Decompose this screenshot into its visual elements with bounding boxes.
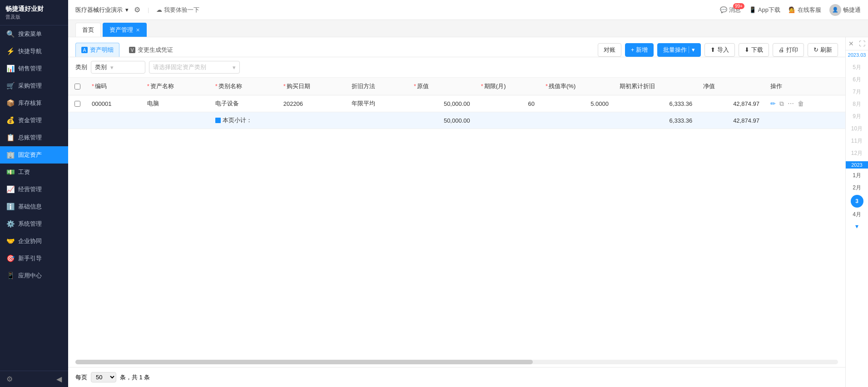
app-title: 畅捷通好业财 [5,5,44,14]
sidebar-item-system[interactable]: ⚙️系统管理 [0,215,68,233]
sub-tabs: A 资产明细 V 变更生成凭证 对账 + 新增 批量操作 [68,37,845,57]
delete-icon[interactable]: 🗑 [798,100,804,107]
subtotal-empty3 [142,112,210,129]
sidebar-item-guide[interactable]: 🎯新手引导 [0,250,68,267]
sub-tab-change-voucher[interactable]: V 变更生成凭证 [123,43,179,57]
sidebar-icon-capital: 💰 [6,116,15,124]
current-month-item[interactable]: 4月 [851,208,863,221]
subtotal-original-value: 50,000.00 [408,112,476,129]
edit-icon[interactable]: ✏ [770,100,776,107]
sidebar-icon-guide: 🎯 [6,254,15,263]
sidebar-item-sales[interactable]: 📊销售管理 [0,60,68,77]
asset-table: *编码 *资产名称 *类别名称 *购买日期 折旧方法 *原值 *期限(月) *残… [68,78,845,129]
sidebar-item-purchase[interactable]: 🛒采购管理 [0,77,68,94]
prev-month-item[interactable]: 10月 [851,123,863,135]
batch-ops-dropdown-icon[interactable]: ▾ [689,46,695,53]
panel-scroll-down[interactable]: ▾ [855,221,858,232]
download-icon: ⬇ [744,46,749,53]
tab-home[interactable]: 首页 [75,23,101,37]
filter-category-select[interactable]: 类别 ▾ [91,61,145,74]
cell-depreciation: 年限平均 [346,95,408,112]
prev-month-item[interactable]: 11月 [851,135,863,147]
prev-month-item[interactable]: 7月 [851,86,863,98]
topbar: 医疗器械行业演示 ▾ ⚙ | ☁ 我要体验一下 💬 消息 99+ 📱 App下载… [68,0,868,20]
import-btn[interactable]: ⬆ 导入 [704,43,735,57]
current-month-item[interactable]: 1月 [851,169,863,182]
download-label: 下载 [751,46,763,54]
prev-month-item[interactable]: 6月 [851,74,863,86]
sidebar-label-enterprise: 企业协同 [18,237,42,245]
prev-month-item[interactable]: 9月 [851,110,863,123]
panel-close-icon[interactable]: ✕ [848,40,854,47]
sidebar-item-inventory[interactable]: 📦库存核算 [0,94,68,112]
sidebar-icon-sales: 📊 [6,64,15,73]
online-service-btn[interactable]: 💁 在线客服 [789,6,821,14]
refresh-btn[interactable]: ↻ 刷新 [808,43,838,57]
th-checkbox [68,78,86,95]
sidebar-item-ledger[interactable]: 📋总账管理 [0,129,68,146]
sidebar-item-basic-info[interactable]: ℹ️基础信息 [0,198,68,215]
user-profile[interactable]: 👤 畅捷通 [829,4,861,16]
subtotal-empty1 [68,112,86,129]
sub-tab-asset-detail[interactable]: A 资产明细 [75,43,119,57]
panel-expand-icon[interactable]: ⛶ [859,40,865,47]
settings-gear-icon[interactable]: ⚙ [134,5,140,14]
subtotal-empty4 [476,112,540,129]
current-month-item[interactable]: 3 [851,195,863,208]
sidebar-item-search[interactable]: 🔍搜索菜单 [0,25,68,43]
reconcile-btn[interactable]: 对账 [598,43,621,57]
message-btn[interactable]: 💬 消息 99+ [720,6,741,14]
prev-month-item[interactable]: 12月 [851,147,863,159]
th-original-value: *原值 [408,78,476,95]
scrollbar-track[interactable] [75,360,838,364]
change-voucher-icon: V [129,47,135,53]
scrollbar-thumb[interactable] [75,360,533,364]
prev-month-item[interactable]: 5月 [851,61,863,74]
filter-category-label: 类别 [75,63,87,71]
app-download-btn[interactable]: 📱 App下载 [749,6,780,14]
th-code: *编码 [86,78,142,95]
experience-btn[interactable]: ☁ 我要体验一下 [156,6,199,14]
avatar: 👤 [829,4,841,16]
sidebar-item-quick-nav[interactable]: ⚡快捷导航 [0,43,68,60]
total-label: 条，共 1 条 [120,373,150,382]
new-btn[interactable]: + 新增 [625,43,654,57]
prev-month-item[interactable]: 8月 [851,98,863,110]
filter-row: 类别 类别 ▾ 请选择固定资产类别 ▾ [68,57,845,78]
print-btn[interactable]: 🖨 打印 [773,43,804,57]
row-checkbox-0[interactable] [74,101,80,107]
new-label: + 新增 [631,46,648,54]
sidebar-icon-operations: 📈 [6,185,15,194]
download-btn[interactable]: ⬇ 下载 [739,43,769,57]
topbar-right: 💬 消息 99+ 📱 App下载 💁 在线客服 👤 畅捷通 [720,4,861,16]
app-logo: 畅捷通好业财 普及版 [0,0,68,25]
sidebar-item-capital[interactable]: 💰资金管理 [0,112,68,129]
main-content: 医疗器械行业演示 ▾ ⚙ | ☁ 我要体验一下 💬 消息 99+ 📱 App下载… [68,0,868,387]
more-icon[interactable]: ⋯ [788,100,794,107]
th-purchase-date: *购买日期 [278,78,346,95]
tab-close-icon[interactable]: ✕ [136,27,140,33]
current-month-item[interactable]: 2月 [851,182,863,194]
sidebar-label-guide: 新手引导 [18,254,42,263]
settings-icon[interactable]: ⚙ [6,375,13,383]
refresh-label: 刷新 [820,46,832,54]
select-all-checkbox[interactable] [74,84,80,89]
company-dropdown-icon: ▾ [125,6,129,13]
sidebar-item-fixed-assets[interactable]: 🏢固定资产 [0,146,68,164]
tab-asset-management[interactable]: 资产管理 ✕ [103,23,147,37]
sidebar-item-payroll[interactable]: 💵工资 [0,164,68,181]
collapse-icon[interactable]: ◀ [56,375,62,383]
per-page-select[interactable]: 102050100 [91,372,116,382]
sidebar-item-enterprise[interactable]: 🤝企业协同 [0,233,68,250]
asset-table-wrapper: *编码 *资产名称 *类别名称 *购买日期 折旧方法 *原值 *期限(月) *残… [68,78,845,357]
cell-actions: ✏ ⧉ ⋯ 🗑 [765,95,845,112]
company-selector[interactable]: 医疗器械行业演示 ▾ [75,6,129,14]
sidebar-item-operations[interactable]: 📈经营管理 [0,181,68,198]
batch-ops-label: 批量操作 [663,46,687,54]
sidebar-icon-system: ⚙️ [6,220,15,228]
sidebar-item-app-center[interactable]: 📱应用中心 [0,267,68,284]
filter-asset-category-dropdown[interactable]: 请选择固定资产类别 ▾ [149,61,240,74]
cell-original-value: 50,000.00 [408,95,476,112]
copy-icon[interactable]: ⧉ [779,100,784,108]
batch-ops-btn[interactable]: 批量操作 ▾ [657,43,701,57]
